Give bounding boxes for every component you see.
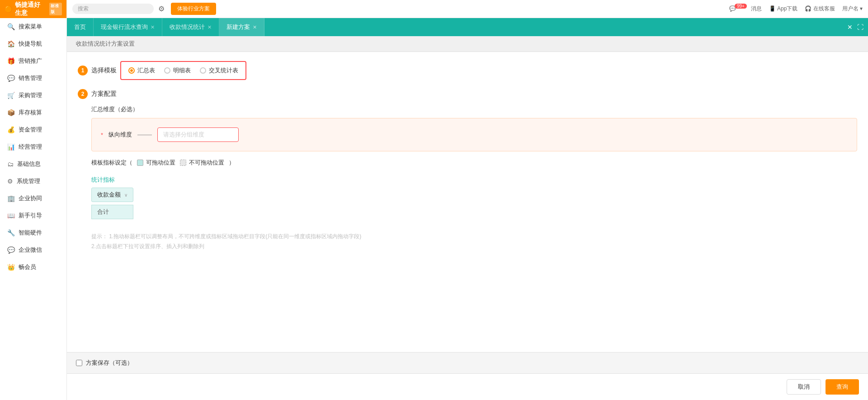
- fixed-legend: 不可拖动位置: [180, 159, 224, 167]
- content-header: 收款情况统计方案设置: [67, 36, 868, 52]
- sidebar-item-enterprise[interactable]: 🏢 企业协同: [0, 190, 66, 207]
- radio-detail-label: 明细表: [173, 66, 191, 75]
- cancel-button[interactable]: 取消: [787, 379, 821, 395]
- sidebar-item-quick-nav[interactable]: 🏠 快捷导航: [0, 35, 66, 52]
- sidebar-item-marketing[interactable]: 🎁 营销推广: [0, 52, 66, 70]
- tab-home[interactable]: 首页: [67, 18, 94, 36]
- sidebar-item-inventory[interactable]: 📦 库存核算: [0, 104, 66, 121]
- template-radio-group: 汇总表 明细表 交叉统计表: [128, 66, 238, 75]
- service-icon: 🎧: [805, 5, 811, 12]
- page-title: 收款情况统计方案设置: [76, 40, 135, 47]
- action-bar: 取消 查询: [67, 373, 868, 400]
- content: 收款情况统计方案设置 1 选择模板 汇总表: [67, 36, 868, 400]
- message-badge: 99+: [735, 4, 747, 9]
- download-label: App下载: [777, 5, 797, 12]
- metrics-header-label: 模板指标设定（: [91, 159, 132, 167]
- sidebar-item-label: 基础信息: [17, 160, 41, 168]
- radio-summary[interactable]: 汇总表: [128, 66, 155, 75]
- sidebar-item-label: 营销推广: [19, 57, 42, 65]
- crown-icon: 👑: [7, 264, 15, 271]
- sidebar-item-system[interactable]: ⚙ 系统管理: [0, 173, 66, 190]
- step1-number: 1: [78, 66, 88, 75]
- dimension-area: * 纵向维度 —— 请选择分组维度: [91, 118, 857, 151]
- radio-detail-circle: [164, 67, 170, 74]
- metrics-item-wrapper: 收款金额 ∨ 合计: [91, 188, 133, 219]
- step1-header: 1 选择模板 汇总表 明细表: [78, 61, 857, 80]
- sidebar-item-label: 系统管理: [17, 177, 40, 185]
- radio-summary-circle: [128, 67, 135, 74]
- close-bank-icon[interactable]: ✕: [151, 24, 155, 30]
- close-window-icon[interactable]: ✕: [847, 24, 853, 31]
- dimension-label: 纵向维度: [108, 131, 132, 139]
- radio-summary-label: 汇总表: [137, 66, 155, 75]
- tab-new-plan-label: 新建方案: [226, 23, 250, 31]
- content-body: 1 选择模板 汇总表 明细表: [67, 52, 868, 352]
- metrics-item-revenue[interactable]: 收款金额 ∨: [91, 188, 133, 202]
- sidebar-item-finance[interactable]: 💰 资金管理: [0, 121, 66, 138]
- search-icon: 🔍: [7, 23, 15, 30]
- radio-cross[interactable]: 交叉统计表: [200, 66, 238, 75]
- draggable-label: 可拖动位置: [146, 159, 175, 167]
- book-icon: 📖: [7, 212, 15, 219]
- download-section[interactable]: 📱 App下载: [769, 5, 797, 13]
- maximize-icon[interactable]: ⛶: [857, 24, 863, 31]
- app-name: 畅捷通好生意: [15, 1, 47, 17]
- dimension-row: * 纵向维度 —— 请选择分组维度: [101, 127, 848, 142]
- topbar: 搜索 ⚙ 体验行业方案 💬 99+ 消息 📱 App下载 🎧 在线客服 用户名 …: [67, 0, 868, 18]
- dimension-select[interactable]: 请选择分组维度: [157, 127, 239, 142]
- radio-cross-label: 交叉统计表: [209, 66, 238, 75]
- sidebar-item-label: 智能硬件: [19, 229, 42, 237]
- metrics-header-end: ）: [229, 159, 235, 167]
- service-section[interactable]: 🎧 在线客服: [805, 5, 835, 13]
- sidebar-item-newbie[interactable]: 📖 新手引导: [0, 207, 66, 224]
- radio-cross-circle: [200, 67, 206, 74]
- tab-new-plan[interactable]: 新建方案 ✕: [219, 18, 264, 36]
- metrics-group-label: 统计指标: [91, 176, 857, 184]
- settings-icon[interactable]: ⚙: [158, 5, 165, 13]
- home-icon: 🏠: [7, 40, 15, 47]
- chevron-down-icon[interactable]: ∨: [124, 193, 127, 198]
- sidebar-item-label: 快捷导航: [19, 40, 42, 48]
- sidebar-item-label: 采购管理: [19, 91, 42, 99]
- sidebar-item-wechat[interactable]: 💬 企业微信: [0, 241, 66, 259]
- topbar-right: 💬 99+ 消息 📱 App下载 🎧 在线客服 用户名 ▾: [729, 5, 863, 13]
- gift-icon: 🎁: [7, 57, 15, 65]
- radio-detail[interactable]: 明细表: [164, 66, 191, 75]
- sidebar-item-member[interactable]: 👑 畅会员: [0, 259, 66, 276]
- close-receipt-icon[interactable]: ✕: [208, 24, 212, 30]
- logo-icon: 🟠: [5, 5, 12, 13]
- tab-receipt[interactable]: 收款情况统计 ✕: [162, 18, 219, 36]
- sidebar-item-operation[interactable]: 📊 经营管理: [0, 138, 66, 155]
- tips-area: 提示： 1.拖动标题栏可以调整布局，不可跨维度或指标区域拖动栏目字段(只能在同一…: [91, 232, 857, 251]
- sidebar-logo: 🟠 畅捷通好生意 标准版: [0, 0, 66, 18]
- sidebar-item-hardware[interactable]: 🔧 智能硬件: [0, 224, 66, 241]
- building-icon: 🏢: [7, 195, 15, 202]
- close-new-plan-icon[interactable]: ✕: [253, 24, 257, 30]
- sidebar-item-search[interactable]: 🔍 搜索菜单: [0, 18, 66, 35]
- message-section: 💬 99+ 消息: [729, 5, 762, 13]
- search-input[interactable]: 搜索: [72, 4, 154, 14]
- step2-number: 2: [78, 89, 88, 99]
- sidebar-item-sales[interactable]: 💬 销售管理: [0, 70, 66, 87]
- box-icon: 📦: [7, 109, 15, 116]
- arrow-icon: ——: [137, 131, 152, 139]
- template-selection-box: 汇总表 明细表 交叉统计表: [120, 61, 246, 80]
- sidebar-item-label: 搜索菜单: [19, 23, 42, 31]
- sidebar-item-basic[interactable]: 🗂 基础信息: [0, 155, 66, 173]
- sidebar-item-label: 畅会员: [19, 263, 36, 271]
- gear-icon: ⚙: [7, 178, 13, 185]
- tab-bank[interactable]: 现金银行流水查询 ✕: [94, 18, 162, 36]
- sidebar-item-purchase[interactable]: 🛒 采购管理: [0, 87, 66, 104]
- money-icon: 💰: [7, 126, 15, 133]
- step2-header: 2 方案配置: [78, 89, 857, 99]
- query-button[interactable]: 查询: [826, 379, 859, 395]
- sidebar-item-label: 经营管理: [19, 143, 42, 151]
- save-plan-checkbox[interactable]: [76, 360, 82, 366]
- step2-section: 2 方案配置 汇总维度（必选） * 纵向维度 —— 请选择分组维度: [78, 89, 857, 251]
- industry-plan-button[interactable]: 体验行业方案: [171, 3, 216, 15]
- user-info[interactable]: 用户名 ▾: [842, 5, 863, 13]
- sidebar-item-label: 销售管理: [19, 74, 42, 82]
- message-label: 消息: [751, 5, 762, 12]
- sidebar-item-label: 企业协同: [19, 194, 42, 202]
- sidebar: 🟠 畅捷通好生意 标准版 🔍 搜索菜单 🏠 快捷导航 🎁 营销推广 💬 销售管理…: [0, 0, 67, 400]
